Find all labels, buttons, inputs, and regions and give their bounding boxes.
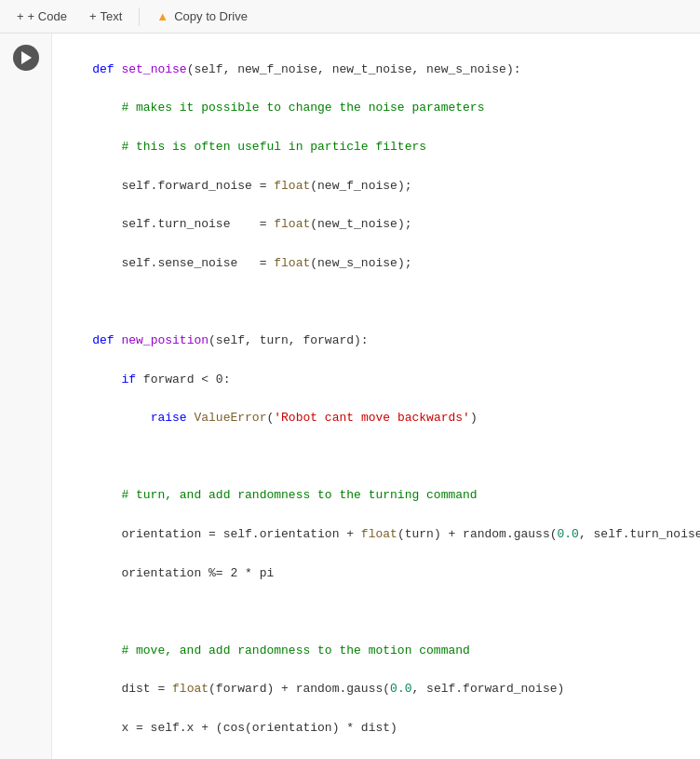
add-code-button[interactable]: + + Code xyxy=(7,6,76,27)
add-text-button[interactable]: + Text xyxy=(80,6,131,27)
notebook-container: def set_noise(self, new_f_noise, new_t_n… xyxy=(0,34,700,759)
code-block: def set_noise(self, new_f_noise, new_t_n… xyxy=(52,41,700,759)
app-container: + + Code + Text ▲ Copy to Drive def set_… xyxy=(0,0,700,759)
code-area[interactable]: def set_noise(self, new_f_noise, new_t_n… xyxy=(52,34,700,759)
drive-icon: ▲ xyxy=(156,9,168,23)
toolbar-separator xyxy=(139,7,140,26)
left-gutter xyxy=(0,34,52,759)
add-text-label: Text xyxy=(100,9,122,23)
plus-code-icon: + xyxy=(17,9,24,23)
toolbar: + + Code + Text ▲ Copy to Drive xyxy=(0,0,700,34)
add-code-label: + Code xyxy=(28,9,67,23)
copy-drive-label: Copy to Drive xyxy=(174,9,248,23)
copy-to-drive-button[interactable]: ▲ Copy to Drive xyxy=(147,6,257,27)
run-cell-button[interactable] xyxy=(13,45,39,71)
plus-text-icon: + xyxy=(89,9,97,23)
